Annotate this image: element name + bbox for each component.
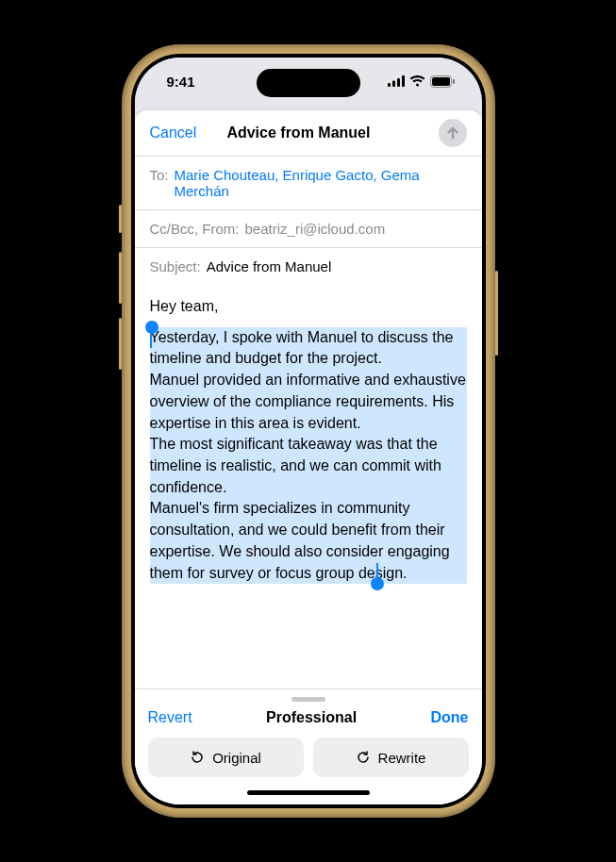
status-time: 9:41 [167, 74, 195, 90]
subject-field[interactable]: Subject: Advice from Manuel [135, 247, 482, 285]
svg-rect-0 [388, 83, 391, 87]
done-button[interactable]: Done [431, 709, 469, 726]
from-address: beatriz_ri@icloud.com [245, 221, 386, 237]
email-body[interactable]: Hey team, Yesterday, I spoke with Manuel… [135, 285, 482, 688]
undo-arrow-icon [190, 750, 205, 765]
body-paragraph-3: The most significant takeaway was that t… [150, 434, 467, 498]
body-greeting: Hey team, [150, 296, 467, 318]
subject-value: Advice from Manuel [207, 258, 332, 274]
svg-rect-2 [397, 78, 400, 87]
original-button[interactable]: Original [148, 738, 304, 777]
volume-up-button [119, 252, 122, 304]
compose-title: Advice from Manuel [158, 124, 438, 141]
svg-rect-6 [453, 79, 455, 84]
compose-sheet: Cancel Advice from Manuel To: Marie Chou… [135, 110, 482, 804]
body-paragraph-2: Manuel provided an informative and exhau… [150, 370, 467, 434]
svg-rect-3 [402, 75, 405, 87]
side-power-button [495, 271, 498, 356]
revert-button[interactable]: Revert [148, 709, 192, 726]
body-paragraph-4: Manuel's firm specializes in community c… [150, 498, 467, 584]
rewrite-icon [356, 750, 371, 765]
selected-text[interactable]: Yesterday, I spoke with Manuel to discus… [150, 327, 467, 585]
to-field[interactable]: To: Marie Chouteau, Enrique Gacto, Gema … [135, 156, 482, 209]
compose-nav-bar: Cancel Advice from Manuel [135, 110, 482, 156]
to-label: To: [150, 167, 169, 199]
arrow-up-icon [445, 125, 460, 141]
to-recipients: Marie Chouteau, Enrique Gacto, Gema Merc… [175, 167, 467, 199]
send-button[interactable] [439, 119, 467, 147]
dynamic-island [257, 69, 360, 97]
volume-down-button [119, 318, 122, 370]
panel-grabber[interactable] [291, 697, 325, 702]
ccbcc-label: Cc/Bcc, From: [150, 221, 240, 237]
svg-rect-1 [392, 81, 395, 88]
iphone-screen: 9:41 Cancel Advice from Manuel To: Marie… [135, 58, 482, 804]
original-label: Original [212, 750, 261, 766]
rewrite-style-label: Professional [266, 709, 357, 726]
writing-tools-panel: Revert Professional Done Original Rewrit… [135, 688, 482, 804]
iphone-frame: 9:41 Cancel Advice from Manuel To: Marie… [122, 44, 495, 818]
wifi-icon [409, 75, 425, 87]
rewrite-label: Rewrite [378, 750, 426, 766]
body-paragraph-1: Yesterday, I spoke with Manuel to discus… [150, 327, 467, 370]
svg-rect-5 [432, 77, 450, 86]
battery-icon [430, 75, 456, 88]
home-indicator[interactable] [247, 790, 370, 795]
status-indicators [388, 75, 456, 88]
cellular-icon [388, 75, 405, 87]
mute-switch [119, 205, 122, 233]
selection-start-handle[interactable] [145, 321, 158, 334]
subject-label: Subject: [150, 258, 201, 274]
ccbcc-from-field[interactable]: Cc/Bcc, From: beatriz_ri@icloud.com [135, 209, 482, 247]
status-bar: 9:41 [135, 58, 482, 105]
selection-end-handle[interactable] [371, 577, 384, 590]
rewrite-button[interactable]: Rewrite [313, 738, 469, 777]
